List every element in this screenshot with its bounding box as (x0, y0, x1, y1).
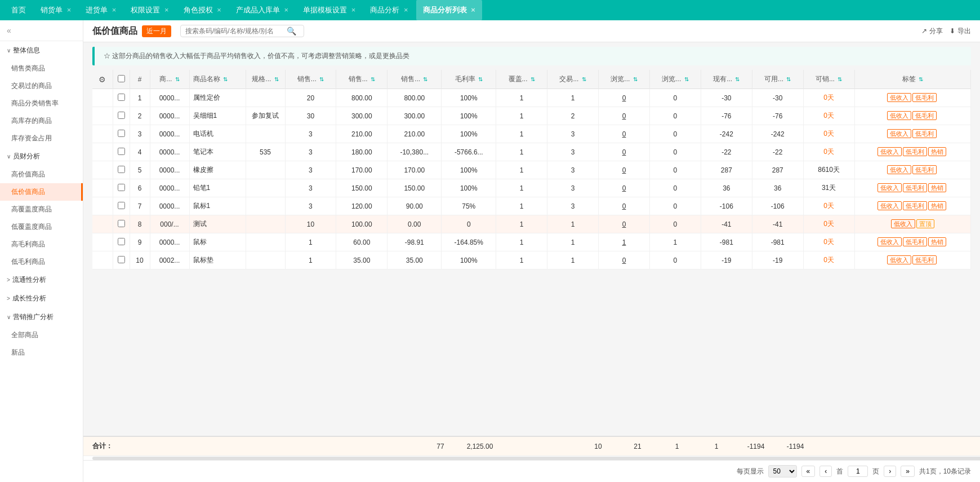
browse1-link[interactable]: 0 (622, 166, 626, 174)
cell-checkbox[interactable] (113, 197, 130, 215)
cell-checkbox[interactable] (113, 107, 130, 125)
share-button[interactable]: ↗ 分享 (921, 26, 943, 36)
cell-checkbox[interactable] (113, 233, 130, 251)
sidebar-item-low-profit[interactable]: 低毛利商品 (0, 253, 83, 271)
sidebar-item-sales-products[interactable]: 销售类商品 (0, 60, 83, 77)
select-all-checkbox[interactable] (118, 75, 125, 82)
column-settings[interactable]: ⚙ (92, 70, 113, 89)
row-checkbox[interactable] (118, 256, 125, 263)
page-number-input[interactable] (848, 466, 868, 477)
nav-home[interactable]: 首页 (5, 0, 33, 20)
sidebar-item-all-products[interactable]: 全部商品 (0, 326, 83, 344)
row-checkbox[interactable] (118, 166, 125, 173)
close-icon[interactable]: × (284, 6, 289, 14)
nav-permissions[interactable]: 权限设置 × (124, 0, 175, 20)
nav-sales-order[interactable]: 销货单 × (34, 0, 78, 20)
close-icon[interactable]: × (351, 6, 356, 14)
cell-tags: 低收入低毛利 (854, 251, 970, 269)
column-stock-saleable[interactable]: 可销... ⇅ (803, 70, 854, 89)
browse1-link[interactable]: 0 (622, 130, 626, 138)
nav-purchase-order[interactable]: 进货单 × (79, 0, 123, 20)
nav-products-inbound[interactable]: 产成品入库单 × (229, 0, 295, 20)
last-page-button[interactable]: » (901, 466, 915, 477)
row-checkbox[interactable] (118, 94, 125, 101)
time-filter-button[interactable]: 近一月 (142, 25, 171, 37)
sidebar-item-traded-products[interactable]: 交易过的商品 (0, 77, 83, 95)
cell-stock2: -981 (752, 233, 803, 251)
sidebar-item-stock-capital[interactable]: 库存资金占用 (0, 130, 83, 147)
cell-checkbox[interactable] (113, 251, 130, 269)
column-product-code[interactable]: 商... ⇅ (150, 70, 189, 89)
column-stock-available[interactable]: 可用... ⇅ (752, 70, 803, 89)
browse1-link[interactable]: 0 (622, 220, 626, 228)
next-page-button[interactable]: › (884, 466, 896, 477)
sidebar-item-high-profit[interactable]: 高毛利商品 (0, 236, 83, 253)
cell-checkbox[interactable] (113, 161, 130, 179)
column-sales3[interactable]: 销售... ⇅ (387, 70, 442, 89)
sidebar-item-low-value[interactable]: 低价值商品 (0, 183, 83, 201)
browse1-link[interactable]: 1 (622, 238, 626, 246)
browse1-link[interactable]: 0 (622, 112, 626, 120)
sidebar-group-growth[interactable]: > 成长性分析 (0, 289, 83, 308)
page-size-select[interactable]: 50 100 200 (768, 465, 797, 477)
row-checkbox[interactable] (118, 220, 125, 227)
cell-checkbox[interactable] (113, 215, 130, 233)
close-icon[interactable]: × (164, 6, 169, 14)
column-browse1[interactable]: 浏览... ⇅ (599, 70, 650, 89)
column-tags[interactable]: 标签 ⇅ (854, 70, 970, 89)
nav-template-settings[interactable]: 单据模板设置 × (296, 0, 362, 20)
row-checkbox[interactable] (118, 202, 125, 209)
cell-checkbox[interactable] (113, 125, 130, 143)
row-checkbox[interactable] (118, 112, 125, 119)
close-icon[interactable]: × (67, 6, 72, 14)
close-icon[interactable]: × (404, 6, 408, 14)
browse1-link[interactable]: 0 (622, 94, 626, 102)
export-button[interactable]: ⬇ 导出 (950, 26, 971, 36)
sidebar-item-high-stock[interactable]: 高库存的商品 (0, 112, 83, 130)
close-icon[interactable]: × (112, 6, 117, 14)
sidebar-collapse-button[interactable]: « (5, 24, 14, 37)
browse1-link[interactable]: 0 (622, 148, 626, 156)
column-checkbox[interactable] (113, 70, 130, 89)
column-sales1[interactable]: 销售... ⇅ (285, 70, 336, 89)
cell-coverage: 1 (496, 215, 547, 233)
row-checkbox[interactable] (118, 184, 125, 191)
close-icon[interactable]: × (471, 6, 475, 14)
column-trade[interactable]: 交易... ⇅ (547, 70, 599, 89)
sidebar-item-low-coverage[interactable]: 低覆盖度商品 (0, 218, 83, 236)
cell-checkbox[interactable] (113, 179, 130, 197)
column-sales2[interactable]: 销售... ⇅ (336, 70, 387, 89)
first-page-button[interactable]: « (801, 466, 816, 477)
close-icon[interactable]: × (217, 6, 221, 14)
sidebar-item-high-value[interactable]: 高价值商品 (0, 166, 83, 183)
row-checkbox[interactable] (118, 130, 125, 137)
sidebar-item-category-sales-rate[interactable]: 商品分类销售率 (0, 95, 83, 112)
row-checkbox[interactable] (118, 238, 125, 245)
sidebar-item-new-products[interactable]: 新品 (0, 344, 83, 361)
search-input[interactable] (185, 27, 287, 35)
nav-product-analysis-list[interactable]: 商品分析列表 × (416, 0, 482, 20)
sidebar-item-high-coverage[interactable]: 高覆盖度商品 (0, 201, 83, 218)
cell-checkbox[interactable] (113, 89, 130, 107)
column-spec[interactable]: 规格... ⇅ (246, 70, 285, 89)
sidebar-group-financial[interactable]: ∨ 员财分析 (0, 147, 83, 166)
column-gross-margin[interactable]: 毛利率 ⇅ (442, 70, 496, 89)
browse1-link[interactable]: 0 (622, 202, 626, 210)
cell-days: 0天 (803, 143, 854, 161)
sidebar-group-marketing[interactable]: ∨ 营销推广分析 (0, 308, 83, 326)
browse1-link[interactable]: 0 (622, 257, 626, 264)
prev-page-button[interactable]: ‹ (819, 466, 832, 477)
search-icon[interactable]: 🔍 (287, 26, 296, 36)
column-browse2[interactable]: 浏览... ⇅ (649, 70, 701, 89)
column-stock-current[interactable]: 现有... ⇅ (701, 70, 752, 89)
nav-roles[interactable]: 角色授权 × (177, 0, 228, 20)
browse1-link[interactable]: 0 (622, 184, 626, 192)
gear-icon[interactable]: ⚙ (99, 75, 106, 84)
nav-product-analysis[interactable]: 商品分析 × (363, 0, 415, 20)
cell-checkbox[interactable] (113, 143, 130, 161)
sidebar-group-overall[interactable]: ∨ 整体信息 (0, 41, 83, 60)
sidebar-group-circulation[interactable]: > 流通性分析 (0, 271, 83, 289)
column-coverage[interactable]: 覆盖... ⇅ (496, 70, 547, 89)
row-checkbox[interactable] (118, 148, 125, 155)
column-product-name[interactable]: 商品名称 ⇅ (189, 70, 246, 89)
